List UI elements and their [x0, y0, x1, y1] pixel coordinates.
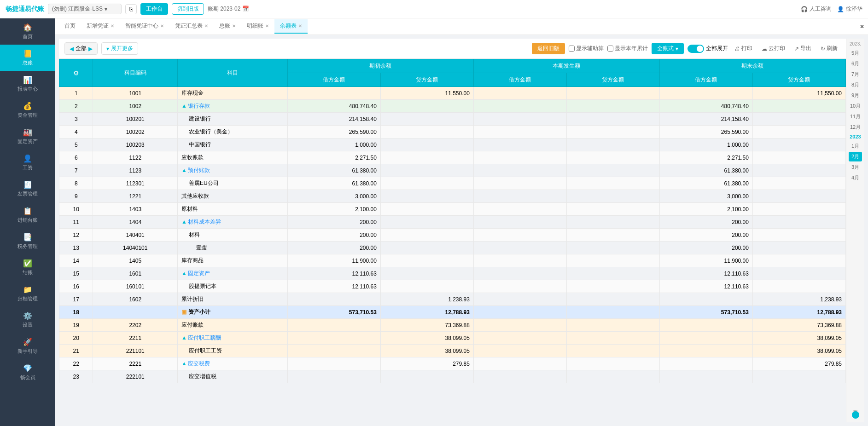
tab-balance-sheet[interactable]: 余额表 ✕ — [274, 19, 308, 34]
month-10[interactable]: 10月 — [847, 101, 863, 111]
month-5[interactable]: 5月 — [849, 48, 862, 58]
sidebar-item-tax[interactable]: 📑 税务管理 — [0, 228, 55, 254]
month-12[interactable]: 12月 — [847, 122, 863, 132]
row-code: 2202 — [93, 319, 178, 332]
month-8[interactable]: 8月 — [849, 80, 862, 90]
tab-close-icon[interactable]: ✕ — [111, 23, 114, 29]
row-num: 11 — [59, 216, 93, 229]
sidebar-item-label: 发票管理 — [17, 190, 38, 197]
sidebar-item-ledger[interactable]: 📒 总账 — [0, 45, 55, 71]
account-name-link[interactable]: 预付账款 — [188, 167, 210, 173]
ob-credit-header: 贷方金额 — [380, 73, 473, 87]
tab-smart-voucher[interactable]: 智能凭证中心 ✕ — [120, 19, 169, 34]
tab-close-icon[interactable]: ✕ — [204, 23, 208, 29]
expand-icon[interactable]: ▲ — [181, 219, 187, 225]
calendar-icon[interactable]: 📅 — [242, 6, 249, 12]
user-profile[interactable]: 👤 徐泽华 — [837, 5, 862, 13]
ob-debit-cell — [287, 345, 380, 357]
show-aux-check[interactable]: 显示辅助算 — [569, 45, 604, 52]
month-4[interactable]: 4月 — [849, 173, 862, 183]
expand-all-toggle[interactable]: 全部展开 — [687, 45, 728, 53]
all-label: 全部 — [76, 45, 87, 52]
sidebar-item-settings[interactable]: ⚙️ 设置 — [0, 307, 55, 333]
expand-icon[interactable]: ▲ — [181, 103, 187, 109]
account-name: 应付职工工资 — [181, 347, 222, 354]
sidebar-item-label: 畅会员 — [20, 374, 35, 381]
sidebar-item-report[interactable]: 📊 报表中心 — [0, 71, 55, 97]
table-row: 15 1601 ▲固定资产 12,110.63 12,110.63 — [59, 267, 846, 280]
month-6[interactable]: 6月 — [849, 59, 862, 69]
eb-debit-cell: 11,900.00 — [659, 254, 752, 267]
row-num: 5 — [59, 138, 93, 151]
month-3[interactable]: 3月 — [849, 162, 862, 172]
tab-label: 凭证汇总表 — [175, 22, 203, 30]
month-1[interactable]: 1月 — [849, 141, 862, 151]
return-old-version-button[interactable]: 返回旧版 — [532, 43, 565, 54]
unpin-button[interactable]: 取消固定 — [851, 405, 861, 409]
toggle-switch[interactable] — [687, 45, 704, 53]
expand-icon[interactable]: ▲ — [181, 334, 187, 341]
row-code: 1123 — [93, 164, 178, 177]
sidebar-item-capital[interactable]: 💰 资金管理 — [0, 97, 55, 123]
close-all-button[interactable]: ✕ — [860, 23, 864, 30]
cp-credit-cell — [566, 242, 659, 254]
sidebar-item-home[interactable]: 🏠 首页 — [0, 18, 55, 45]
tab-close-icon[interactable]: ✕ — [232, 23, 236, 29]
sidebar-item-member[interactable]: 💎 畅会员 — [0, 359, 55, 386]
cp-debit-cell — [473, 345, 566, 357]
tab-voucher-summary[interactable]: 凭证汇总表 ✕ — [169, 19, 214, 34]
tab-general-ledger[interactable]: 总账 ✕ — [214, 19, 241, 34]
month-9[interactable]: 9月 — [849, 91, 862, 100]
sidebar-item-label: 工资 — [23, 164, 33, 171]
refresh-button[interactable]: ↻ 刷新 — [818, 43, 840, 54]
tab-new-voucher[interactable]: 新增凭证 ✕ — [81, 19, 120, 34]
ob-credit-cell: 279.85 — [380, 357, 473, 370]
tab-home[interactable]: 首页 — [59, 19, 81, 34]
sidebar-item-trade[interactable]: 📋 进销台账 — [0, 202, 55, 228]
tab-close-icon[interactable]: ✕ — [298, 23, 302, 29]
table-row: 2 1002 ▲银行存款 480,748.40 480,748.40 — [59, 100, 846, 113]
account-name-link[interactable]: 应付职工薪酬 — [188, 334, 221, 341]
show-aux-checkbox[interactable] — [569, 46, 575, 52]
export-button[interactable]: ↗ 导出 — [792, 43, 814, 54]
expand-icon[interactable]: ▲ — [181, 270, 187, 276]
sidebar-item-guide[interactable]: 🚀 新手引导 — [0, 333, 55, 359]
gear-header[interactable]: ⚙ — [59, 59, 93, 87]
tab-close-icon[interactable]: ✕ — [265, 23, 269, 29]
print-button[interactable]: 🖨 打印 — [732, 43, 755, 54]
show-ytd-check[interactable]: 显示本年累计 — [607, 45, 648, 52]
sidebar-item-salary[interactable]: 👤 工资 — [0, 150, 55, 176]
eb-credit-cell — [752, 254, 845, 267]
sidebar-item-archive[interactable]: 📁 归档管理 — [0, 281, 55, 307]
copy-button[interactable]: ⎘ — [125, 4, 137, 14]
month-7[interactable]: 7月 — [849, 69, 862, 79]
cloud-print-button[interactable]: ☁ 云打印 — [759, 43, 788, 54]
sidebar-item-invoice[interactable]: 🧾 发票管理 — [0, 176, 55, 202]
full-mode-button[interactable]: 全账式 ▾ — [652, 43, 684, 54]
row-code: 1405 — [93, 254, 178, 267]
avatar: 👤 — [837, 6, 844, 12]
sidebar-item-asset[interactable]: 🏭 固定资产 — [0, 123, 55, 150]
company-selector[interactable]: (勿删) 江西股金-LSS ▾ — [48, 4, 122, 14]
show-ytd-checkbox[interactable] — [607, 46, 613, 52]
tab-bar: 首页 新增凭证 ✕ 智能凭证中心 ✕ 凭证汇总表 ✕ 总账 ✕ 明细账 ✕ — [55, 18, 868, 35]
tab-close-icon[interactable]: ✕ — [160, 23, 164, 29]
switch-version-button[interactable]: 切到旧版 — [172, 3, 204, 15]
expand-more-button[interactable]: ▾ 展开更多 — [101, 42, 138, 55]
account-name-link[interactable]: 材料成本差异 — [188, 219, 221, 225]
row-name-cell: ▲应付职工薪酬 — [178, 332, 288, 345]
ai-consult[interactable]: 🎧 人工咨询 — [801, 5, 832, 13]
month-11[interactable]: 11月 — [847, 112, 863, 121]
table-row: 22 2221 ▲应交税费 279.85 279.85 — [59, 357, 846, 370]
tab-detail-ledger[interactable]: 明细账 ✕ — [241, 19, 274, 34]
workspace-button[interactable]: 工作台 — [140, 3, 168, 15]
account-name-link[interactable]: 固定资产 — [188, 270, 210, 276]
month-2[interactable]: 2月 — [849, 152, 862, 161]
account-name-link[interactable]: 应交税费 — [188, 360, 210, 367]
expand-icon[interactable]: ▲ — [181, 360, 187, 367]
all-button[interactable]: ◀ 全部 ▶ — [64, 42, 98, 55]
expand-icon[interactable]: ▲ — [181, 167, 187, 173]
sidebar-item-settle[interactable]: ✅ 结账 — [0, 254, 55, 281]
ob-debit-cell — [287, 332, 380, 345]
account-name-link[interactable]: 银行存款 — [188, 103, 210, 109]
